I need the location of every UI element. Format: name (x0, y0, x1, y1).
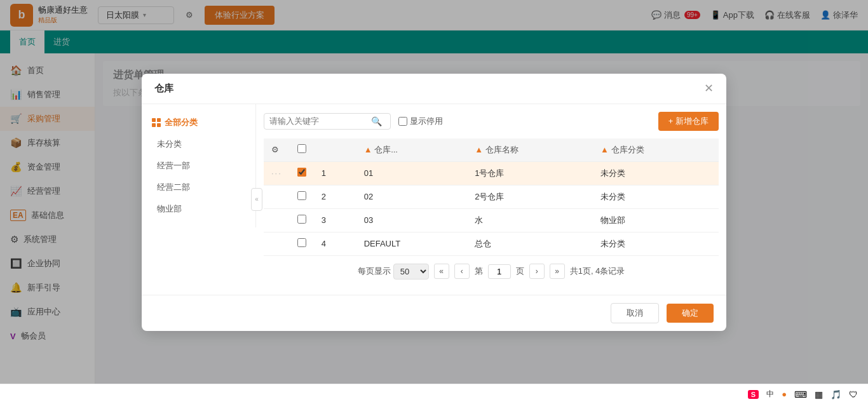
confirm-button[interactable]: 确定 (667, 304, 714, 323)
category-all-label: 全部分类 (165, 117, 198, 128)
status-chinese: 中 (766, 389, 774, 400)
warehouse-modal: 仓库 ✕ 全部分类 未分类 经 (142, 74, 726, 331)
row-checkbox (290, 208, 314, 232)
table-row[interactable]: 2 02 2号仓库 未分类 (264, 185, 719, 208)
collapse-panel-button[interactable]: « (251, 188, 262, 211)
modal-footer: 取消 确定 (142, 295, 726, 331)
table-toolbar: 🔍 显示停用 + 新增仓库 (264, 112, 719, 131)
row-settings[interactable] (264, 185, 290, 208)
status-dot: ● (782, 389, 787, 399)
add-warehouse-button[interactable]: + 新增仓库 (658, 112, 719, 131)
row-name: 总仓 (467, 232, 593, 255)
more-icon[interactable]: ··· (271, 168, 282, 178)
category-panel: 全部分类 未分类 经营一部 经营二部 物业部 « (142, 104, 256, 295)
th-checkbox (290, 138, 314, 162)
modal-body: 全部分类 未分类 经营一部 经营二部 物业部 « 🔍 (142, 104, 726, 295)
warehouse-table: ⚙ ▲ 仓库... ▲ 仓库名称 ▲ 仓库分类 ··· 1 01 1号仓库 未分… (264, 138, 719, 256)
grid-status-icon[interactable]: ▦ (815, 389, 823, 400)
row-settings[interactable]: ··· (264, 161, 290, 185)
shield-icon: 🛡 (849, 389, 858, 400)
modal-header: 仓库 ✕ (142, 74, 726, 104)
table-header-row: ⚙ ▲ 仓库... ▲ 仓库名称 ▲ 仓库分类 (264, 138, 719, 162)
row-category: 物业部 (593, 208, 719, 232)
grid-icon (152, 118, 161, 127)
pagination: 每页显示 50 10 20 100 « ‹ 第 页 › » (264, 256, 719, 287)
row-index: 2 (314, 185, 356, 208)
search-box: 🔍 (264, 113, 391, 130)
th-index (314, 138, 356, 162)
row-code: 03 (356, 208, 468, 232)
row-checkbox (290, 185, 314, 208)
row-checkbox (290, 161, 314, 185)
last-page-button[interactable]: » (550, 264, 565, 279)
category-list: 全部分类 未分类 经营一部 经营二部 物业部 (142, 104, 256, 227)
row-category: 未分类 (593, 232, 719, 255)
table-panel: 🔍 显示停用 + 新增仓库 ⚙ ▲ 仓库... ▲ 仓库名称 ▲ 仓库分类 (256, 104, 726, 295)
row-index: 3 (314, 208, 356, 232)
row-category: 未分类 (593, 161, 719, 185)
category-item-ops1[interactable]: 经营一部 (142, 155, 255, 177)
first-page-button[interactable]: « (434, 264, 449, 279)
category-item-ops2[interactable]: 经营二部 (142, 177, 255, 198)
cancel-button[interactable]: 取消 (611, 303, 659, 323)
row-name: 1号仓库 (467, 161, 593, 185)
row-settings[interactable] (264, 232, 290, 255)
row-index: 4 (314, 232, 356, 255)
page-number-input[interactable] (488, 264, 511, 279)
row-category: 未分类 (593, 185, 719, 208)
prev-page-button[interactable]: ‹ (454, 264, 470, 279)
show-disabled-checkbox[interactable] (398, 117, 407, 126)
row-code: 02 (356, 185, 468, 208)
th-settings: ⚙ (264, 138, 290, 162)
category-all[interactable]: 全部分类 (142, 112, 255, 133)
category-item-uncategorized[interactable]: 未分类 (142, 133, 255, 155)
th-code: ▲ 仓库... (356, 138, 468, 162)
category-item-property[interactable]: 物业部 (142, 198, 255, 220)
row-code: 01 (356, 161, 468, 185)
row-settings[interactable] (264, 208, 290, 232)
next-page-button[interactable]: › (529, 264, 545, 279)
row-check-4[interactable] (297, 238, 306, 247)
table-row[interactable]: 4 DEFAULT 总仓 未分类 (264, 232, 719, 255)
row-check-1[interactable] (297, 168, 306, 177)
statusbar: S 中 ● ⌨ ▦ 🎵 🛡 (0, 384, 868, 404)
modal-title: 仓库 (154, 83, 173, 95)
status-logo: S (748, 390, 759, 399)
select-all-checkbox[interactable] (297, 144, 306, 153)
table-container: ⚙ ▲ 仓库... ▲ 仓库名称 ▲ 仓库分类 ··· 1 01 1号仓库 未分… (264, 138, 719, 256)
search-icon: 🔍 (371, 116, 382, 126)
th-name: ▲ 仓库名称 (467, 138, 593, 162)
table-row[interactable]: 3 03 水 物业部 (264, 208, 719, 232)
table-row[interactable]: ··· 1 01 1号仓库 未分类 (264, 161, 719, 185)
row-index: 1 (314, 161, 356, 185)
row-check-2[interactable] (297, 191, 306, 200)
close-icon[interactable]: ✕ (704, 83, 714, 94)
show-disabled-toggle[interactable]: 显示停用 (398, 116, 443, 127)
modal-overlay: 仓库 ✕ 全部分类 未分类 经 (0, 0, 868, 404)
per-page-select: 每页显示 50 10 20 100 (358, 264, 429, 279)
row-code: DEFAULT (356, 232, 468, 255)
row-checkbox (290, 232, 314, 255)
per-page-dropdown[interactable]: 50 10 20 100 (393, 264, 429, 279)
row-name: 水 (467, 208, 593, 232)
th-category: ▲ 仓库分类 (593, 138, 719, 162)
search-input[interactable] (269, 116, 371, 126)
music-icon[interactable]: 🎵 (831, 389, 841, 400)
keyboard-icon[interactable]: ⌨ (794, 389, 807, 400)
row-check-3[interactable] (297, 215, 306, 224)
row-name: 2号仓库 (467, 185, 593, 208)
total-info: 共1页, 4条记录 (570, 266, 625, 277)
